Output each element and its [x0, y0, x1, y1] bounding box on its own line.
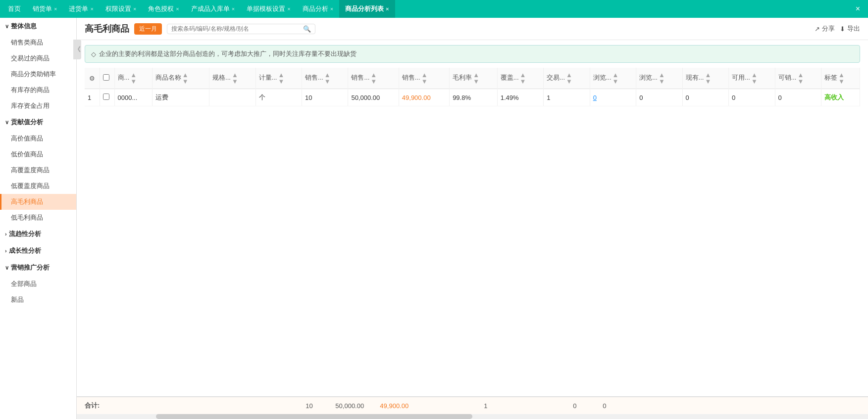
col-header-saleAmt[interactable]: 销售...▲▼ [348, 68, 399, 89]
footer-cell [629, 402, 659, 410]
nav-tab-close[interactable]: × [386, 6, 389, 12]
nav-tab-首页[interactable]: 首页 [2, 0, 27, 18]
export-button[interactable]: ⬇ 导出 [840, 24, 860, 33]
col-header-code[interactable]: 商...▲▼ [114, 68, 152, 89]
nav-tab-label: 权限设置 [105, 4, 131, 13]
nav-tab-close[interactable]: × [176, 6, 179, 12]
sidebar-item[interactable]: 新品 [0, 292, 76, 308]
sidebar-item[interactable]: 有库存的商品 [0, 82, 76, 98]
col-header-saleStock[interactable]: 可销...▲▼ [775, 68, 821, 89]
sidebar-item[interactable]: 库存资金占用 [0, 98, 76, 114]
row-checkbox[interactable] [103, 93, 109, 100]
col-header-coverage[interactable]: 覆盖...▲▼ [497, 68, 543, 89]
group-label: 营销推广分析 [11, 263, 50, 272]
sidebar-item[interactable]: 高毛利商品 [0, 194, 76, 210]
group-label: 贡献值分析 [11, 118, 43, 127]
col-header-saleQty[interactable]: 销售...▲▼ [302, 68, 348, 89]
nav-tab-close[interactable]: × [54, 6, 57, 12]
cell-saleQty: 10 [302, 89, 348, 106]
col-header-spec[interactable]: 规格...▲▼ [209, 68, 255, 89]
col-header-index: ⚙ [85, 68, 100, 89]
sidebar-item[interactable]: 高价值商品 [0, 131, 76, 146]
chevron-icon: ∨ [5, 119, 9, 126]
sidebar-item[interactable]: 交易过的商品 [0, 50, 76, 66]
cell-checkbox [100, 89, 114, 106]
col-header-transCount[interactable]: 交易...▲▼ [544, 68, 590, 89]
table-container: ⚙商...▲▼商品名称▲▼规格...▲▼计量...▲▼销售...▲▼销售...▲… [77, 68, 868, 396]
table-row: 10000...运费个1050,000.0049,900.0099.8%1.49… [85, 89, 860, 106]
footer-cell [154, 402, 189, 410]
table-footer: 合计: 1050,000.0049,900.00100 [77, 396, 868, 414]
scrollbar-thumb[interactable] [156, 414, 472, 419]
cell-index: 1 [85, 89, 100, 106]
sidebar-item[interactable]: 全部商品 [0, 276, 76, 292]
footer-cell [511, 402, 540, 410]
cell-browse1[interactable]: 0 [590, 89, 636, 106]
sidebar-group-title[interactable]: ›成长性分析 [0, 242, 76, 259]
data-table: ⚙商...▲▼商品名称▲▼规格...▲▼计量...▲▼销售...▲▼销售...▲… [85, 68, 860, 106]
sidebar-group: ∨贡献值分析高价值商品低价值商品高覆盖度商品低覆盖度商品高毛利商品低毛利商品 [0, 114, 76, 226]
nav-tab-label: 商品分析列表 [345, 4, 384, 13]
select-all-checkbox[interactable] [103, 74, 109, 81]
nav-tab-商品分析[interactable]: 商品分析× [297, 0, 339, 18]
sidebar-group: ∨营销推广分析全部商品新品 [0, 259, 76, 308]
nav-tab-进货单[interactable]: 进货单× [63, 0, 99, 18]
settings-icon[interactable]: ⚙ [89, 75, 95, 82]
sidebar-group-title[interactable]: ›流趋性分析 [0, 226, 76, 242]
cell-coverage: 1.49% [497, 89, 543, 106]
nav-tab-角色授权[interactable]: 角色授权× [142, 0, 185, 18]
nav-tab-销货单[interactable]: 销货单× [27, 0, 63, 18]
cell-saleStock: 0 [775, 89, 821, 106]
nav-tab-close[interactable]: × [232, 6, 235, 12]
nav-tab-close[interactable]: × [90, 6, 93, 12]
footer-cell [659, 402, 689, 410]
info-icon: ◇ [91, 50, 96, 58]
nav-tab-产成品入库单[interactable]: 产成品入库单× [185, 0, 241, 18]
footer-cell: 50,000.00 [332, 402, 377, 410]
sidebar-item[interactable]: 低覆盖度商品 [0, 178, 76, 194]
col-header-grossMargin[interactable]: 毛利率▲▼ [450, 68, 498, 89]
col-header-browse2[interactable]: 浏览...▲▼ [636, 68, 682, 89]
col-header-availStock[interactable]: 可用...▲▼ [729, 68, 775, 89]
footer-cell [238, 402, 273, 410]
close-window-button[interactable]: × [850, 4, 866, 13]
footer-cell: 10 [303, 402, 332, 410]
col-header-name[interactable]: 商品名称▲▼ [152, 68, 209, 89]
nav-tab-label: 销货单 [33, 4, 52, 13]
nav-tab-close[interactable]: × [330, 6, 333, 12]
nav-tab-close[interactable]: × [287, 6, 290, 12]
sidebar-group: ∨整体信息销售类商品交易过的商品商品分类助销率有库存的商品库存资金占用 [0, 18, 76, 114]
col-header-unit[interactable]: 计量...▲▼ [255, 68, 302, 89]
col-header-saleProfit[interactable]: 销售...▲▼ [399, 68, 449, 89]
col-header-browse1[interactable]: 浏览...▲▼ [590, 68, 636, 89]
main-content: 高毛利商品 近一月 🔍 ↗ 分享 ⬇ 导出 [77, 18, 868, 419]
group-label: 流趋性分析 [9, 230, 41, 238]
page-title: 高毛利商品 [85, 23, 129, 35]
chevron-icon: ∨ [5, 265, 9, 271]
col-header-currentStock[interactable]: 现有...▲▼ [682, 68, 728, 89]
cell-tag: 高收入 [821, 89, 860, 106]
sidebar-group-title[interactable]: ∨营销推广分析 [0, 259, 76, 276]
footer-cell [421, 402, 451, 410]
search-icon[interactable]: 🔍 [303, 25, 311, 33]
col-header-tag[interactable]: 标签▲▼ [821, 68, 860, 89]
nav-tab-权限设置[interactable]: 权限设置× [100, 0, 142, 18]
nav-tab-单据模板设置[interactable]: 单据模板设置× [241, 0, 296, 18]
search-input[interactable] [171, 25, 301, 32]
sidebar-item[interactable]: 商品分类助销率 [0, 66, 76, 82]
horizontal-scrollbar[interactable] [77, 414, 868, 419]
nav-tab-close[interactable]: × [133, 6, 136, 12]
sidebar-group: ›流趋性分析 [0, 226, 76, 242]
top-nav: 首页销货单×进货单×权限设置×角色授权×产成品入库单×单据模板设置×商品分析×商… [0, 0, 868, 18]
filter-button[interactable]: 近一月 [134, 23, 162, 35]
share-button[interactable]: ↗ 分享 [815, 24, 835, 33]
sidebar-item[interactable]: 低毛利商品 [0, 210, 76, 226]
nav-tab-商品分析列表[interactable]: 商品分析列表× [339, 0, 395, 18]
sidebar-item[interactable]: 销售类商品 [0, 35, 76, 50]
sidebar-item[interactable]: 高覆盖度商品 [0, 162, 76, 178]
sidebar-collapse-button[interactable]: 《 [73, 40, 81, 59]
cell-saleAmt: 50,000.00 [348, 89, 399, 106]
sidebar-item[interactable]: 低价值商品 [0, 146, 76, 162]
sidebar-group-title[interactable]: ∨整体信息 [0, 18, 76, 35]
sidebar-group-title[interactable]: ∨贡献值分析 [0, 114, 76, 131]
